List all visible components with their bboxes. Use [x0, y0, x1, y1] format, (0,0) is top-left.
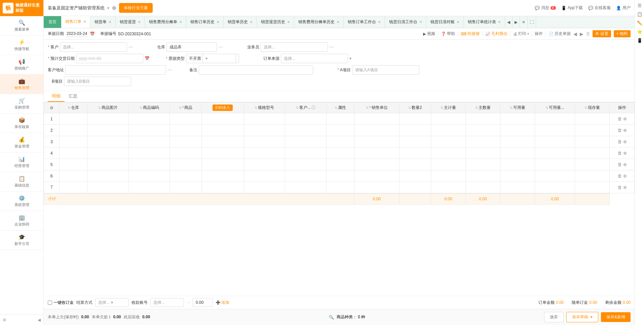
cell-6-1[interactable]	[87, 170, 129, 182]
cell-7-8[interactable]	[354, 182, 400, 193]
right-sidebar-icon-2[interactable]: ✏️	[636, 19, 644, 27]
cell-3-4[interactable]	[201, 136, 244, 148]
cell-5-3[interactable]	[170, 159, 201, 170]
cell-4-2[interactable]	[128, 148, 170, 159]
table-header-9[interactable]: ⇅*销售单位	[354, 103, 400, 113]
cell-3-10[interactable]	[431, 136, 465, 148]
cell-6-0[interactable]	[59, 170, 87, 182]
address-more-icon[interactable]: ···	[167, 67, 172, 73]
cell-2-13[interactable]	[535, 125, 575, 136]
cell-7-1[interactable]	[87, 182, 129, 193]
tab-item-8[interactable]: 销售订单工作台✕	[344, 16, 385, 28]
cell-7-4[interactable]	[201, 182, 244, 193]
cell-7-3[interactable]	[170, 182, 201, 193]
sidebar-item-system[interactable]: ⚙️系统管理	[0, 192, 43, 211]
tab-close-0[interactable]: ✕	[83, 20, 86, 24]
cell-7-13[interactable]	[535, 182, 575, 193]
copy-row-icon[interactable]: ⊕	[623, 151, 627, 156]
form-settings-btn[interactable]: ⚙ 设置	[593, 30, 611, 37]
tab-close-4[interactable]: ✕	[217, 20, 219, 24]
cell-1-13[interactable]	[535, 113, 575, 125]
a-project-input[interactable]: 请输入A项目	[352, 65, 419, 75]
tab-item-7[interactable]: 销售费用分摊单历史✕	[294, 16, 344, 28]
sidebar-item-purchase[interactable]: 🛒采购管理	[0, 94, 43, 114]
gear-col-icon[interactable]: ⚙	[50, 106, 53, 110]
history-btn[interactable]: 📄 历史单据	[548, 31, 571, 37]
tab-close-6[interactable]: ✕	[287, 20, 290, 24]
cell-5-2[interactable]	[128, 159, 170, 170]
table-header-14[interactable]: ⇅可用量...	[535, 103, 575, 113]
cell-7-2[interactable]	[128, 182, 170, 193]
add-payment-btn[interactable]: ➕ 添加	[216, 300, 229, 306]
right-sidebar-icon-0[interactable]: ☰	[636, 1, 644, 9]
delete-row-icon[interactable]: 🗑	[617, 116, 622, 121]
cell-1-4[interactable]	[201, 113, 244, 125]
cell-1-2[interactable]	[128, 113, 170, 125]
cell-4-0[interactable]	[59, 148, 87, 159]
cell-7-7[interactable]	[326, 182, 354, 193]
tab-home[interactable]: 首页	[44, 16, 61, 28]
tab-close-7[interactable]: ✕	[337, 20, 339, 24]
save-draft-arrow[interactable]: ▾	[591, 315, 593, 319]
remark-input[interactable]	[199, 65, 313, 75]
cell-2-11[interactable]	[465, 125, 500, 136]
deposit-checkbox-input[interactable]	[48, 300, 52, 305]
tab-item-9[interactable]: 钱货日清工作台✕	[385, 16, 426, 28]
cell-7-11[interactable]	[465, 182, 500, 193]
tab-close-9[interactable]: ✕	[419, 20, 422, 24]
cell-1-1[interactable]	[87, 113, 129, 125]
warehouse-input[interactable]: 成品库	[166, 42, 217, 52]
cell-5-7[interactable]	[326, 159, 354, 170]
tab-item-3[interactable]: 销售费用分摊单✕	[145, 16, 186, 28]
settings-icon[interactable]: ⚙	[3, 318, 6, 322]
cell-4-3[interactable]	[170, 148, 201, 159]
address-input[interactable]	[65, 65, 166, 75]
table-header-10[interactable]: ⇅数量2	[399, 103, 431, 113]
industry-button[interactable]: 体验行业方案	[119, 3, 153, 13]
cell-5-14[interactable]	[575, 159, 610, 170]
cell-1-14[interactable]	[575, 113, 610, 125]
cell-2-9[interactable]	[399, 125, 431, 136]
customer-more-icon[interactable]: ···	[128, 44, 133, 50]
tab-item-11[interactable]: 销售订单统计表✕	[464, 16, 505, 28]
b-project-input[interactable]: 请输入B项目	[64, 77, 131, 86]
cell-1-12[interactable]	[500, 113, 535, 125]
table-header-4[interactable]: ⇅*商品	[170, 103, 201, 113]
operate-btn[interactable]: 操作	[535, 31, 543, 37]
cell-6-8[interactable]	[354, 170, 400, 182]
tab-close-all-btn[interactable]: ✕	[520, 16, 528, 28]
copy-row-icon[interactable]: ⊕	[623, 139, 627, 144]
copy-row-icon[interactable]: ⊕	[623, 173, 627, 178]
table-header-8[interactable]: ⇅属性	[326, 103, 354, 113]
app-download-btn[interactable]: 📱 App下载	[561, 5, 583, 11]
one-click-deposit-checkbox[interactable]: 一键收订金	[48, 300, 74, 306]
cell-3-1[interactable]	[87, 136, 129, 148]
tab-item-5[interactable]: 销货单历史✕	[224, 16, 257, 28]
staff-input[interactable]: 选择...	[261, 42, 328, 52]
tab-close-11[interactable]: ✕	[498, 20, 501, 24]
cell-4-7[interactable]	[326, 148, 354, 159]
scan-btn[interactable]: 扫码录入	[213, 105, 233, 111]
cell-3-13[interactable]	[535, 136, 575, 148]
cell-7-0[interactable]	[59, 182, 87, 193]
cell-4-5[interactable]	[244, 148, 285, 159]
table-header-7[interactable]: ⇅客户...ⓘ	[285, 103, 327, 113]
cell-1-10[interactable]	[431, 113, 465, 125]
user-avatar[interactable]: 👤 用户	[616, 5, 631, 11]
copy-row-icon[interactable]: ⊕	[623, 128, 627, 133]
delete-row-icon[interactable]: 🗑	[617, 151, 622, 156]
cell-1-6[interactable]	[285, 113, 327, 125]
cell-6-10[interactable]	[431, 170, 465, 182]
cell-2-0[interactable]	[59, 125, 87, 136]
cell-5-10[interactable]	[431, 159, 465, 170]
cell-4-9[interactable]	[399, 148, 431, 159]
collapse-icon[interactable]: ◀	[38, 318, 41, 322]
copy-row-icon[interactable]: ⊕	[623, 162, 627, 167]
table-header-13[interactable]: ⇅可用量	[500, 103, 535, 113]
staff-more-icon[interactable]: ···	[329, 44, 334, 50]
tab-item-10[interactable]: 钱货日清对账✕	[426, 16, 464, 28]
tab-item-6[interactable]: 销货退货历史✕	[257, 16, 294, 28]
tab-expand-btn[interactable]: ⛶	[528, 16, 536, 28]
cell-7-10[interactable]	[431, 182, 465, 193]
table-header-11[interactable]: ⇅主计量	[431, 103, 465, 113]
